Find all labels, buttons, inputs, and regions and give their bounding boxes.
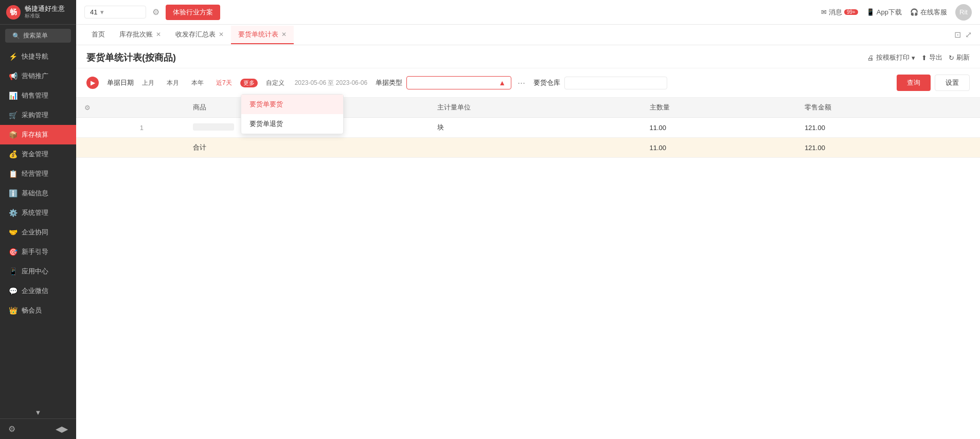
query-btn[interactable]: 查询 [897,75,931,91]
tab-receivable[interactable]: 收发存汇总表 ✕ [168,26,231,44]
sidebar-item-basic-info[interactable]: ℹ️ 基础信息 [0,184,76,203]
quick-nav-icon: ⚡ [8,52,17,61]
warehouse-input[interactable] [570,79,662,87]
trial-btn[interactable]: 体验行业方案 [166,5,220,20]
table-header-row: ⚙ 商品 主计量单位 主数量 零售金额 [76,98,980,118]
guide-icon: 🎯 [8,247,17,257]
sidebar-item-app-center[interactable]: 📱 应用中心 [0,262,76,281]
tab-order-stats-close[interactable]: ✕ [281,31,287,38]
tab-expand-icon[interactable]: ⤢ [965,30,972,40]
last7-btn[interactable]: 近7天 [212,77,236,89]
sidebar-item-quick-nav[interactable]: ⚡ 快捷导航 [0,47,76,66]
row-amount-cell: 121.00 [796,118,980,138]
warehouse-filter-group: 要货仓库 [533,77,667,89]
prev-month-btn[interactable]: 上月 [138,77,158,89]
col-settings-header: ⚙ [76,98,99,118]
sidebar-item-vip[interactable]: 👑 畅会员 [0,301,76,320]
more-date-badge[interactable]: 更多 [240,79,258,87]
print-icon: 🖨 [867,54,874,62]
sidebar-logo: 畅 畅捷通好生意 标准版 [0,0,76,25]
logo-text: 畅捷通好生意 标准版 [25,5,65,20]
refresh-btn[interactable]: ↻ 刷新 [949,53,970,62]
sidebar-item-wechat[interactable]: 💬 企业微信 [0,281,76,301]
page-inner: 要货单统计表(按商品) 🖨 按模板打印 ▾ ⬆ 导出 ↻ 刷新 [76,45,980,439]
header-settings-icon[interactable]: ⚙ [152,7,159,17]
warehouse-select[interactable] [564,77,667,89]
tab-expand-area: ⊡ ⤢ [954,30,972,40]
settings-bottom-icon[interactable]: ⚙ [8,424,15,434]
basic-info-icon: ℹ️ [8,189,17,198]
tab-bar: 首页 库存批次账 ✕ 收发存汇总表 ✕ 要货单统计表 ✕ ⊡ ⤢ [76,25,980,45]
page-title-bar: 要货单统计表(按商品) 🖨 按模板打印 ▾ ⬆ 导出 ↻ 刷新 [76,45,980,68]
col-unit-header: 主计量单位 [429,98,641,118]
search-menu-btn[interactable]: 🔍 搜索菜单 [5,29,71,43]
this-month-btn[interactable]: 本月 [163,77,183,89]
dropdown-item-order-return[interactable]: 要货单退货 [241,114,343,134]
footer-settings-cell [76,138,99,158]
tab-batch-close[interactable]: ✕ [156,31,161,38]
tab-batch[interactable]: 库存批次账 ✕ [112,26,168,44]
service-btn[interactable]: 🎧 在线客服 [910,8,947,17]
filter-bar: ▶ 单据日期 上月 本月 本年 近7天 更多 自定义 2023-05-06 至 … [76,68,980,98]
purchase-icon: 🛒 [8,111,17,120]
sales-icon: 📊 [8,91,17,100]
collapse-icon[interactable]: ◀▶ [56,424,68,434]
sidebar-item-sales[interactable]: 📊 销售管理 [0,86,76,105]
phone-icon: 📱 [866,8,875,16]
col-quantity-header: 主数量 [642,98,797,118]
app-download-btn[interactable]: 📱 App下载 [866,8,902,17]
enterprise-icon: 🤝 [8,228,17,237]
sidebar-scroll-down[interactable]: ▼ [0,407,76,418]
tab-window-icon[interactable]: ⊡ [954,30,961,40]
store-selector[interactable]: 41 ▾ [84,6,146,19]
col-index-header [99,98,185,118]
tab-receivable-close[interactable]: ✕ [219,31,224,38]
custom-btn[interactable]: 自定义 [262,77,289,89]
row-settings-cell [76,118,99,138]
footer-unit-cell [429,138,641,158]
wechat-icon: 💬 [8,286,17,296]
settings-form-btn[interactable]: 设置 [935,75,970,91]
tab-order-stats[interactable]: 要货单统计表 ✕ [231,26,294,44]
sidebar-item-marketing[interactable]: 📢 营销推广 [0,66,76,86]
sidebar-nav: ⚡ 快捷导航 📢 营销推广 📊 销售管理 🛒 采购管理 📦 库存核算 💰 资金管… [0,47,76,407]
type-input[interactable] [412,79,498,87]
export-btn[interactable]: ⬆ 导出 [921,53,942,62]
main-area: 41 ▾ ⚙ 体验行业方案 ✉ 消息 99+ 📱 App下载 🎧 在线客服 Ri… [76,0,980,439]
search-icon: 🔍 [12,32,20,40]
footer-amount-cell: 121.00 [796,138,980,158]
sidebar-item-enterprise[interactable]: 🤝 企业协同 [0,223,76,242]
col-settings-icon[interactable]: ⚙ [84,104,91,112]
type-select[interactable]: ▲ [406,76,511,89]
this-year-btn[interactable]: 本年 [187,77,208,89]
row-unit-cell: 块 [429,118,641,138]
sidebar-item-guide[interactable]: 🎯 新手引导 [0,242,76,262]
refresh-icon: ↻ [949,54,954,62]
print-btn[interactable]: 🖨 按模板打印 ▾ [867,53,915,62]
sidebar-item-system[interactable]: ⚙️ 系统管理 [0,203,76,223]
vip-icon: 👑 [8,306,17,315]
message-icon: ✉ [821,8,827,16]
goods-placeholder [193,123,234,131]
filter-expand-btn[interactable]: ▶ [86,77,99,89]
footer-quantity-cell: 11.00 [642,138,797,158]
top-header: 41 ▾ ⚙ 体验行业方案 ✉ 消息 99+ 📱 App下载 🎧 在线客服 Ri… [76,0,980,25]
type-arrow-icon[interactable]: ▲ [498,79,506,87]
sidebar-item-finance[interactable]: 💰 资金管理 [0,144,76,164]
inventory-icon: 📦 [8,130,17,139]
table-row: 1 块 11.00 121.00 [76,118,980,138]
app-center-icon: 📱 [8,267,17,276]
footer-label-cell: 合计 [185,138,430,158]
col-amount-header: 零售金额 [796,98,980,118]
export-icon: ⬆ [921,54,927,62]
sidebar-item-purchase[interactable]: 🛒 采购管理 [0,105,76,125]
filter-more-icon[interactable]: ··· [518,78,525,88]
dropdown-item-order-goods[interactable]: 要货单要货 [241,95,343,114]
sidebar-item-inventory[interactable]: 📦 库存核算 [0,125,76,144]
row-index-cell: 1 [99,118,185,138]
tab-home[interactable]: 首页 [84,26,112,44]
user-avatar[interactable]: Rit [955,4,972,21]
type-filter-group: 单据类型 ▲ ··· [376,76,525,89]
message-btn[interactable]: ✉ 消息 99+ [821,8,858,17]
sidebar-item-operations[interactable]: 📋 经营管理 [0,164,76,184]
